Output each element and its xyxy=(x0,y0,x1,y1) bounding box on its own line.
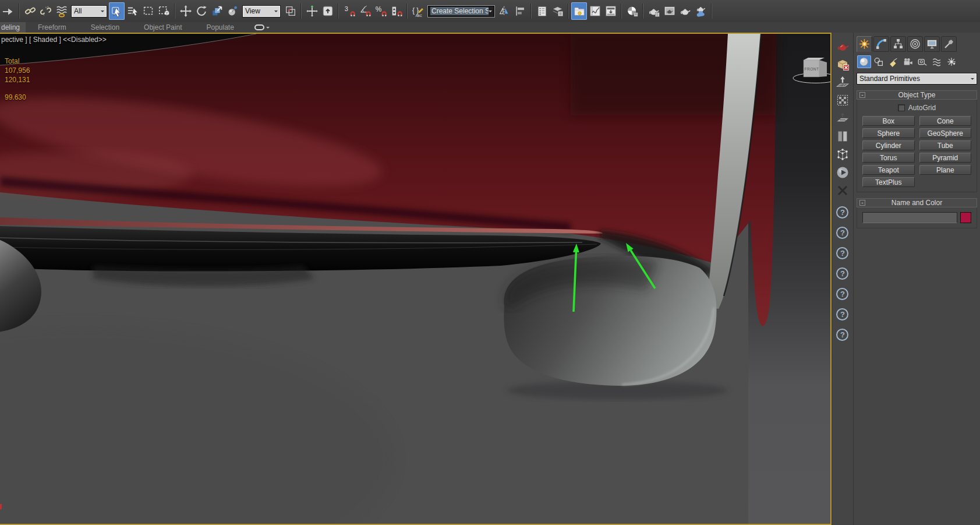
collapse-icon[interactable]: - xyxy=(859,200,865,206)
select-and-move-button[interactable] xyxy=(178,2,193,20)
object-type-title: Object Type xyxy=(898,91,936,99)
use-pivot-point-center-button[interactable] xyxy=(282,2,298,20)
box-delete-button[interactable] xyxy=(834,57,851,72)
object-color-swatch[interactable] xyxy=(960,212,971,223)
window-crossing-button[interactable] xyxy=(156,2,172,20)
play-sphere-button[interactable] xyxy=(834,165,851,180)
viewport-label[interactable]: pective ] [ Shaded ] <<Disabled>> xyxy=(1,36,107,44)
checker-region-button[interactable] xyxy=(834,93,851,108)
render-setup-button[interactable] xyxy=(646,2,661,20)
viewport-canvas[interactable]: FRONT xyxy=(0,34,832,524)
tab-create[interactable] xyxy=(857,36,872,52)
ribbon-tab-deling[interactable]: deling xyxy=(0,22,26,33)
tab-motion[interactable] xyxy=(907,36,923,52)
name-color-rollout-header[interactable]: - Name and Color xyxy=(857,198,977,207)
reference-coordinate-system-combo[interactable]: View xyxy=(242,5,281,17)
help-icon[interactable]: ? xyxy=(836,267,848,280)
teapot-button[interactable] xyxy=(834,38,851,54)
tab-display[interactable] xyxy=(924,36,940,52)
help-icon[interactable]: ? xyxy=(836,329,848,341)
torus-button[interactable]: Torus xyxy=(862,153,915,163)
collapse-icon[interactable]: - xyxy=(859,92,865,98)
textplus-button[interactable]: TextPlus xyxy=(862,177,915,187)
selection-filter-combo[interactable]: All xyxy=(71,5,107,17)
link-icon xyxy=(24,5,37,17)
render-production-button[interactable] xyxy=(677,2,693,20)
category-lights[interactable] xyxy=(886,55,900,68)
category-cameras[interactable] xyxy=(901,55,915,68)
primitives-dropdown[interactable]: Standard Primitives xyxy=(857,73,977,84)
category-geometry[interactable] xyxy=(857,55,871,68)
cone-button[interactable]: Cone xyxy=(919,116,972,126)
category-helpers[interactable] xyxy=(915,55,929,68)
ribbon-tab-selection[interactable]: Selection xyxy=(79,22,132,33)
tab-modify[interactable] xyxy=(873,36,889,52)
category-shapes[interactable] xyxy=(872,55,886,68)
displace-plane-button[interactable] xyxy=(834,111,851,126)
render-in-cloud-button[interactable] xyxy=(693,2,709,20)
panels-icon xyxy=(836,129,850,143)
select-by-name-button[interactable] xyxy=(125,2,140,20)
redo-button[interactable] xyxy=(1,2,16,20)
align-button[interactable] xyxy=(512,2,528,20)
ribbon-tab-object-paint[interactable]: Object Paint xyxy=(132,22,194,33)
ribbon-tab-freeform[interactable]: Freeform xyxy=(26,22,79,33)
percent-snap-toggle-button[interactable]: % xyxy=(373,2,388,20)
bind-to-space-warp-button[interactable] xyxy=(54,2,69,20)
grid-arrow-up-button[interactable] xyxy=(834,75,851,90)
close-x-button[interactable] xyxy=(834,183,851,198)
keyboard-shortcut-override-toggle-button[interactable] xyxy=(320,2,335,20)
category-systems[interactable] xyxy=(944,55,958,68)
lattice-icon xyxy=(836,147,850,161)
select-object-button[interactable] xyxy=(109,2,125,20)
tube-button[interactable]: Tube xyxy=(919,140,972,150)
unlink-selection-button[interactable] xyxy=(38,2,54,20)
lattice-button[interactable] xyxy=(834,147,851,162)
edit-named-selection-sets-button[interactable]: { }ABC xyxy=(410,2,426,20)
select-and-rotate-button[interactable] xyxy=(193,2,209,20)
help-icon[interactable]: ? xyxy=(836,227,848,239)
object-type-rollout-header[interactable]: - Object Type xyxy=(857,90,977,100)
snaps-toggle-3d-button[interactable]: 3 xyxy=(341,2,357,20)
rectangular-selection-region-button[interactable] xyxy=(140,2,156,20)
dope-sheet-button[interactable] xyxy=(603,2,618,20)
sphere-button[interactable]: Sphere xyxy=(862,128,915,138)
box-button[interactable]: Box xyxy=(862,116,915,126)
mirror-button[interactable] xyxy=(497,2,512,20)
select-and-link-button[interactable] xyxy=(22,2,38,20)
material-editor-button[interactable] xyxy=(624,2,640,20)
help-icon[interactable]: ? xyxy=(836,308,848,320)
angle-snap-toggle-button[interactable] xyxy=(357,2,373,20)
toggle-ribbon-button[interactable] xyxy=(571,2,587,20)
help-icon[interactable]: ? xyxy=(836,206,848,219)
viewport-statistics: Total 107,956 120,131 99.630 xyxy=(5,57,30,102)
perspective-viewport[interactable]: FRONT pective ] [ Shaded ] <<Disabled>> … xyxy=(0,33,832,525)
ribbon-tab-populate[interactable]: Populate xyxy=(194,22,246,33)
plane-button[interactable]: Plane xyxy=(919,165,972,175)
spinner-snap-toggle-button[interactable] xyxy=(388,2,404,20)
help-icon[interactable]: ? xyxy=(836,247,848,259)
toggle-scene-explorer-button[interactable] xyxy=(534,2,550,20)
geosphere-button[interactable]: GeoSphere xyxy=(919,128,972,138)
pyramid-button[interactable]: Pyramid xyxy=(919,153,972,163)
cylinder-button[interactable]: Cylinder xyxy=(862,140,915,150)
select-and-place-button[interactable] xyxy=(225,2,240,20)
named-selection-sets-combo[interactable]: Create Selection Se xyxy=(427,5,495,17)
minimize-ribbon-button[interactable] xyxy=(254,22,270,33)
category-space-warps[interactable] xyxy=(930,55,944,68)
object-name-input[interactable] xyxy=(862,212,957,223)
tab-utilities[interactable] xyxy=(941,36,957,52)
help-icon[interactable]: ? xyxy=(836,288,848,300)
curve-editor-button[interactable] xyxy=(587,2,603,20)
select-and-scale-button[interactable] xyxy=(209,2,225,20)
panels-button[interactable] xyxy=(834,129,851,144)
tab-hierarchy[interactable] xyxy=(890,36,906,52)
toggle-layer-explorer-button[interactable] xyxy=(550,2,565,20)
teapot-button[interactable]: Teapot xyxy=(862,165,915,175)
select-and-manipulate-button[interactable] xyxy=(304,2,320,20)
pivot-icon xyxy=(284,5,297,17)
wincross-icon xyxy=(158,5,171,17)
rendered-frame-window-button[interactable] xyxy=(661,2,677,20)
stats-verts-value: 120,131 xyxy=(5,75,30,84)
autogrid-checkbox[interactable] xyxy=(898,104,905,111)
